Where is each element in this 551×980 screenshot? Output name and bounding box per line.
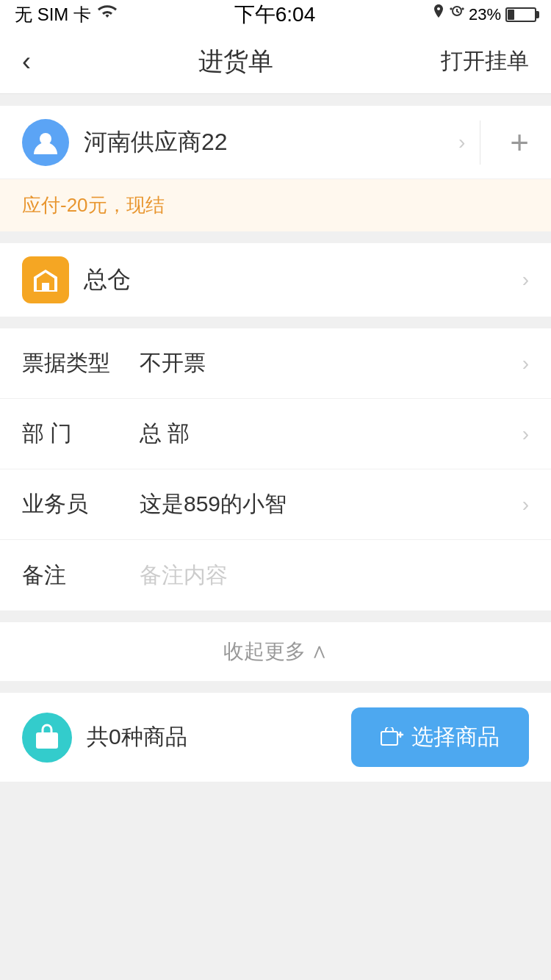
department-label: 部 门 [22,419,125,449]
supplier-name: 河南供应商22 [84,126,458,159]
supplier-divider [480,120,480,165]
warehouse-icon [22,256,69,303]
sim-label: 无 SIM 卡 [15,3,91,26]
salesperson-value: 这是859的小智 [125,489,522,519]
svg-rect-3 [381,732,397,745]
battery-icon [505,7,536,22]
salesperson-chevron-icon: › [522,493,529,516]
form-row-salesperson[interactable]: 业务员 这是859的小智 › [0,469,551,540]
collapse-label: 收起更多 ∧ [223,638,328,666]
form-row-invoice[interactable]: 票据类型 不开票 › [0,328,551,399]
invoice-value: 不开票 [125,348,522,378]
divider-top [0,94,551,106]
status-right: 23% [432,4,536,25]
form-row-department[interactable]: 部 门 总 部 › [0,399,551,469]
collapse-button[interactable]: 收起更多 ∧ [0,622,551,681]
open-pending-button[interactable]: 打开挂单 [441,46,529,76]
status-time: 下午6:04 [234,1,316,29]
back-button[interactable]: ‹ [22,46,31,77]
warehouse-chevron-icon: › [522,268,529,292]
select-goods-label: 选择商品 [411,722,500,752]
notice-text: 应付-20元，现结 [22,194,165,216]
battery-text: 23% [469,5,501,24]
invoice-chevron-icon: › [522,352,529,375]
goods-count: 共0种商品 [87,722,351,752]
notice-bar: 应付-20元，现结 [0,179,551,231]
goods-bar: 共0种商品 选择商品 [0,693,551,782]
warehouse-row[interactable]: 总仓 › [0,243,551,317]
select-goods-button[interactable]: 选择商品 [351,707,529,767]
status-bar: 无 SIM 卡 下午6:04 23% [0,0,551,29]
department-chevron-icon: › [522,422,529,446]
svg-rect-2 [36,732,58,749]
salesperson-label: 业务员 [22,489,125,519]
supplier-avatar [22,119,69,166]
nav-bar: ‹ 进货单 打开挂单 [0,29,551,94]
svg-rect-1 [42,283,49,292]
remark-placeholder: 备注内容 [125,561,529,591]
goods-icon [22,713,72,763]
wifi-icon [97,4,118,25]
form-row-remark[interactable]: 备注 备注内容 [0,540,551,610]
form-section: 票据类型 不开票 › 部 门 总 部 › 业务员 这是859的小智 › 备注 备… [0,328,551,610]
location-icon [432,4,445,25]
page-title: 进货单 [198,45,273,79]
status-left: 无 SIM 卡 [15,3,118,26]
invoice-label: 票据类型 [22,348,125,378]
add-button[interactable]: + [510,124,529,161]
department-value: 总 部 [125,419,522,449]
remark-label: 备注 [22,561,125,591]
supplier-chevron-icon: › [458,131,465,154]
alarm-icon [450,4,464,25]
warehouse-name: 总仓 [84,264,522,296]
supplier-row[interactable]: 河南供应商22 › + [0,106,551,179]
